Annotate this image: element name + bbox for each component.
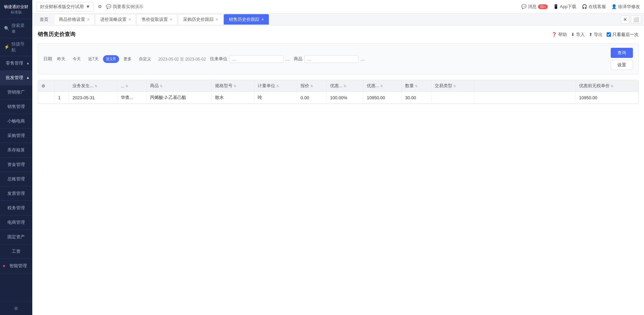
phone-icon: 📱 [553,4,559,9]
th-unit-label: 计量单位 [258,83,275,89]
th-discount2[interactable]: 优惠... ⇅ [363,80,402,92]
product-selector[interactable]: 好业财标准版交付试用 ▼ [36,2,94,11]
sidebar-item-ecommerce-label: 电商管理 [3,219,30,225]
th-extra[interactable]: ... ⇅ [117,80,146,92]
tab-purchase-history-label: 采购历史价跟踪 [183,16,214,23]
sidebar-item-ecommerce-small[interactable]: 小畅电商 [0,114,32,129]
th-trade-type[interactable]: 交易类型 ⇅ [431,80,474,92]
date-1month[interactable]: 近1月 [103,55,119,63]
th-discount1[interactable]: 优惠... ⇅ [327,80,363,92]
sidebar-retail-arrow: ▲ [26,61,30,65]
sidebar-item-ledger[interactable]: 总账管理 [0,172,32,186]
tab-sale-history-label: 销售历史价跟踪 [229,16,259,23]
last-only-checkbox-wrapper[interactable]: 只看最后一次 [607,32,639,38]
th-quantity[interactable]: 数量 ⇅ [402,80,431,92]
service-btn[interactable]: 🎧 在线客服 [582,4,606,10]
tab-sale-history-close[interactable]: × [261,17,264,22]
sidebar-item-ecommerce[interactable]: 电商管理 [0,215,32,230]
message-badge: 99+ [538,4,548,9]
app-download-btn[interactable]: 📱 App下载 [553,4,576,10]
sidebar-item-purchase[interactable]: 采购管理 [0,129,32,143]
sidebar-item-salary[interactable]: 工资 [0,244,32,259]
tab-sale-price-close[interactable]: × [170,17,172,22]
th-product[interactable]: 商品 ⇅ [147,80,212,92]
cell-quantity: 30.00 [402,92,431,104]
sidebar-settings[interactable]: ⚙ [0,302,32,315]
th-extra-label: ... [121,83,124,89]
tab-sale-history[interactable]: 销售历史价跟踪 × [224,14,269,25]
smart-dot: ● [3,263,5,268]
th-biz-date[interactable]: 业务发生... ⇅ [69,80,117,92]
topbar-left: 好业财标准版交付试用 ▼ ⚙ 💬 我要看实例演示 [36,2,143,11]
tab-price-close[interactable]: × [87,17,90,22]
th-spec-label: 规格型号 [215,83,232,89]
sidebar: 畅捷通好业财 标准版 🔍 搜索菜单 ⚡ 快捷导航 零售管理 ▲ 批发管理 ▲ 营… [0,0,32,315]
sidebar-item-smart[interactable]: ● 智能管理 [0,259,32,273]
tab-purchase-strategy[interactable]: 进价策略设置 × [95,14,136,25]
tab-price-label: 商品价格设置 [59,16,85,23]
th-unit[interactable]: 计量单位 ⇅ [254,80,297,92]
tab-purchase-history[interactable]: 采购历史价跟踪 × [178,14,223,25]
cell-gear [38,92,55,104]
table-header-row: ⚙ 业务发生... ⇅ ... ⇅ [38,80,638,92]
export-btn[interactable]: ⬆ 导出 [589,32,603,38]
sidebar-item-marketing[interactable]: 营销推广 [0,85,32,100]
import-label: 导入 [576,32,585,38]
sidebar-item-tax[interactable]: 税务管理 [0,201,32,215]
product-input[interactable] [305,55,358,63]
tab-purchase-strategy-close[interactable]: × [129,17,131,22]
customer-input[interactable] [229,55,283,63]
settings-btn[interactable]: 设置 [611,60,633,70]
import-btn[interactable]: ⬇ 导入 [571,32,585,38]
date-today[interactable]: 今天 [70,55,84,63]
th-spec[interactable]: 规格型号 ⇅ [212,80,254,92]
sidebar-item-invoice[interactable]: 发票管理 [0,186,32,201]
user-btn[interactable]: 👤 徐泽华修改 [611,4,640,10]
sidebar-item-sales[interactable]: 销售管理 [0,100,32,114]
sidebar-item-retail[interactable]: 零售管理 ▲ [0,56,32,71]
sidebar-item-inventory[interactable]: 库存核算 [0,143,32,158]
sort-biz-date-icon: ⇅ [95,84,97,88]
help-btn[interactable]: ❓ 帮助 [551,32,567,38]
sidebar-item-wholesale[interactable]: 批发管理 ▲ [0,71,32,85]
last-only-checkbox[interactable] [607,32,611,37]
tab-home-label: 首页 [40,16,48,23]
sort-spec-icon: ⇅ [234,84,236,88]
sidebar-item-assets[interactable]: 固定资产 [0,230,32,244]
th-pretax[interactable]: 优惠前无税单价 ⇅ [576,80,638,92]
data-table: ⚙ 业务发生... ⇅ ... ⇅ [38,80,638,104]
tab-sale-price[interactable]: 售价提取设置 × [137,14,177,25]
product-name: 好业财标准版交付试用 [40,4,84,10]
date-7days[interactable]: 近7天 [85,55,102,63]
tab-maximize-btn[interactable]: ⬜ [631,15,641,24]
tab-home[interactable]: 首页 [35,14,53,25]
search-bar: 日期 昨天 今天 近7天 近1月 更多 自定义 2023-05-02 至 202… [38,43,639,74]
demo-link[interactable]: 💬 我要看实例演示 [106,4,143,10]
th-gear[interactable]: ⚙ [38,80,55,92]
th-pretax-label: 优惠前无税单价 [579,83,610,89]
cell-extra: 华查... [117,92,146,104]
help-label: 帮助 [558,32,567,38]
table-body: 1 2023-05-31 华查... 丙烯酸-2-乙基己酯 散水 吨 0.00 … [38,92,638,104]
th-quote[interactable]: 报价 ⇅ [297,80,327,92]
th-discount1-label: 优惠... [330,83,343,89]
product-more-btn[interactable]: … [360,57,365,62]
customer-more-btn[interactable]: … [285,57,290,62]
page-header: 销售历史价查询 ❓ 帮助 ⬇ 导入 ⬆ 导出 只看最后一次 [38,31,639,38]
tab-purchase-history-close[interactable]: × [216,17,218,22]
search-icon: 🔍 [4,26,9,31]
date-more[interactable]: 更多 [120,55,135,63]
query-btn[interactable]: 查询 [611,48,633,58]
date-yesterday[interactable]: 昨天 [54,55,68,63]
quick-nav-icon: ⚡ [4,44,9,49]
date-custom[interactable]: 自定义 [136,55,154,63]
sidebar-search[interactable]: 🔍 搜索菜单 [0,19,32,38]
th-trade-type-label: 交易类型 [435,83,452,89]
sidebar-quick-nav[interactable]: ⚡ 快捷导航 [0,38,32,56]
th-discount2-label: 优惠... [367,83,379,89]
tab-price[interactable]: 商品价格设置 × [54,14,95,25]
tab-close-window-btn[interactable]: ✕ [621,15,630,24]
message-btn[interactable]: 💬 消息 99+ [521,4,548,10]
sidebar-item-finance[interactable]: 资金管理 [0,158,32,172]
settings-btn[interactable]: ⚙ [98,4,102,9]
